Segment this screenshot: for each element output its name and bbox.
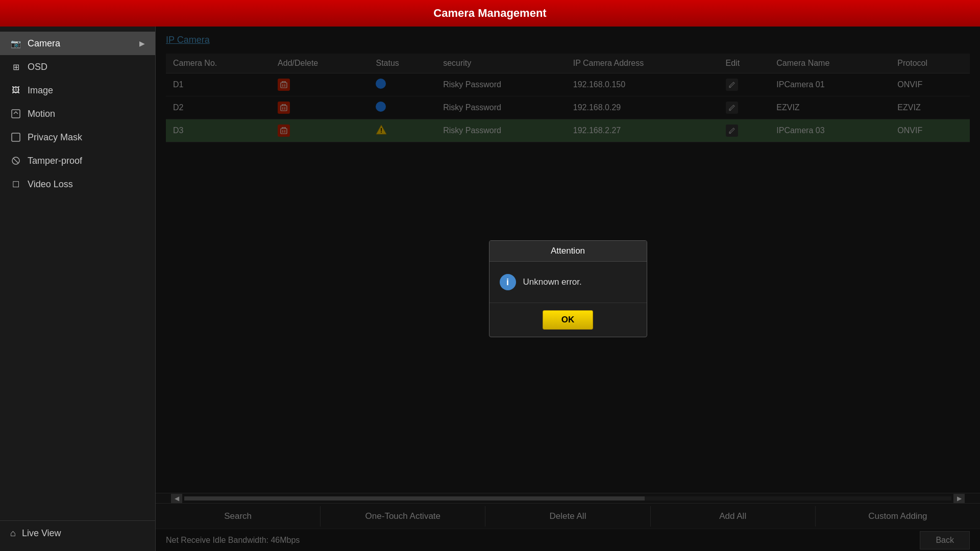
dialog-message: Unknown error.	[523, 277, 582, 287]
sidebar-label-osd: OSD	[28, 62, 47, 72]
sidebar-item-osd[interactable]: ⊞ OSD	[0, 55, 155, 79]
sidebar-label-tamper-proof: Tamper-proof	[28, 156, 82, 166]
svg-rect-0	[12, 110, 20, 118]
live-view-label: Live View	[22, 528, 61, 539]
dialog-overlay: Attention i Unknown error. OK	[156, 27, 980, 551]
video-loss-icon: ☐	[10, 179, 21, 190]
svg-rect-1	[12, 133, 20, 141]
live-view-icon: ⌂	[10, 528, 16, 539]
sidebar-label-video-loss: Video Loss	[28, 179, 73, 190]
dialog-body: i Unknown error.	[489, 262, 647, 303]
sidebar-item-motion[interactable]: Motion	[0, 102, 155, 126]
title-bar: Camera Management	[0, 0, 980, 27]
sidebar-spacer	[0, 196, 155, 520]
sidebar-label-privacy-mask: Privacy Mask	[28, 132, 82, 143]
privacy-mask-icon	[10, 132, 21, 143]
sidebar-item-privacy-mask[interactable]: Privacy Mask	[0, 126, 155, 149]
ok-button[interactable]: OK	[543, 310, 594, 330]
arrow-icon: ▶	[139, 39, 145, 47]
sidebar-label-motion: Motion	[28, 109, 55, 119]
content-area: IP Camera Camera No. Add/Delete Status s…	[156, 27, 980, 551]
sidebar-item-video-loss[interactable]: ☐ Video Loss	[0, 172, 155, 196]
camera-icon: 📷	[10, 38, 21, 49]
sidebar-label-camera: Camera	[28, 38, 60, 49]
title-text: Camera Management	[433, 7, 546, 20]
attention-dialog: Attention i Unknown error. OK	[489, 240, 647, 337]
sidebar-item-camera[interactable]: 📷 Camera ▶	[0, 32, 155, 55]
sidebar-label-image: Image	[28, 85, 53, 96]
image-icon: 🖼	[10, 85, 21, 96]
dialog-footer: OK	[489, 303, 647, 337]
sidebar-item-tamper-proof[interactable]: Tamper-proof	[0, 149, 155, 172]
live-view-button[interactable]: ⌂ Live View	[0, 520, 155, 546]
main-layout: 📷 Camera ▶ ⊞ OSD 🖼 Image Motion	[0, 27, 980, 551]
osd-icon: ⊞	[10, 61, 21, 72]
motion-icon	[10, 108, 21, 119]
svg-line-3	[13, 158, 18, 163]
info-icon: i	[500, 274, 516, 290]
sidebar-item-image[interactable]: 🖼 Image	[0, 79, 155, 102]
tamper-proof-icon	[10, 155, 21, 166]
dialog-title: Attention	[489, 241, 647, 262]
sidebar: 📷 Camera ▶ ⊞ OSD 🖼 Image Motion	[0, 27, 156, 551]
